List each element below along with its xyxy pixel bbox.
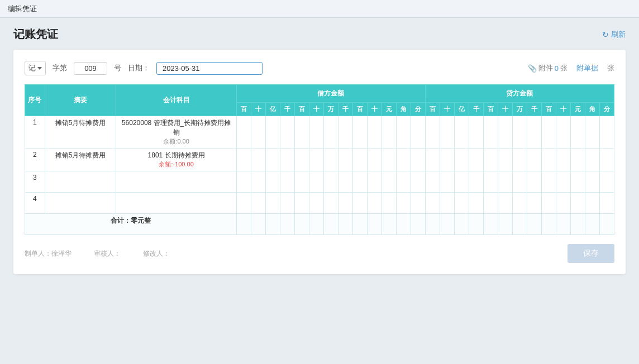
credit-cell[interactable] xyxy=(512,116,527,149)
credit-cell[interactable] xyxy=(454,171,469,193)
ji-select[interactable]: 记 xyxy=(25,61,46,75)
debit-cell[interactable] xyxy=(236,171,251,193)
debit-cell[interactable] xyxy=(294,149,309,171)
row-account[interactable]: 56020008 管理费用_长期待摊费用摊销余额:0.00 xyxy=(116,116,237,149)
row-summary[interactable] xyxy=(45,193,116,214)
credit-cell[interactable] xyxy=(440,193,454,214)
credit-cell[interactable] xyxy=(469,149,483,171)
debit-cell[interactable] xyxy=(382,116,396,149)
debit-cell[interactable] xyxy=(309,193,323,214)
date-input[interactable] xyxy=(156,62,263,75)
credit-cell[interactable] xyxy=(527,149,541,171)
debit-cell[interactable] xyxy=(280,171,294,193)
credit-cell[interactable] xyxy=(585,193,599,214)
debit-cell[interactable] xyxy=(265,149,280,171)
credit-cell[interactable] xyxy=(512,149,527,171)
credit-cell[interactable] xyxy=(498,171,512,193)
credit-cell[interactable] xyxy=(570,149,585,171)
row-account[interactable]: 1801 长期待摊费用余额:-100.00 xyxy=(116,149,237,171)
credit-cell[interactable] xyxy=(556,171,570,193)
debit-cell[interactable] xyxy=(265,171,280,193)
debit-cell[interactable] xyxy=(323,116,338,149)
debit-cell[interactable] xyxy=(294,171,309,193)
row-account[interactable] xyxy=(116,171,237,193)
debit-cell[interactable] xyxy=(338,116,352,149)
debit-cell[interactable] xyxy=(236,193,251,214)
credit-cell[interactable] xyxy=(454,116,469,149)
credit-cell[interactable] xyxy=(585,171,599,193)
credit-cell[interactable] xyxy=(556,193,570,214)
debit-cell[interactable] xyxy=(352,171,367,193)
credit-cell[interactable] xyxy=(469,193,483,214)
credit-cell[interactable] xyxy=(527,116,541,149)
credit-cell[interactable] xyxy=(599,193,614,214)
attachment-link[interactable]: 📎 附件 0 张 xyxy=(528,63,568,73)
credit-cell[interactable] xyxy=(483,171,498,193)
debit-cell[interactable] xyxy=(294,116,309,149)
credit-cell[interactable] xyxy=(425,149,440,171)
credit-cell[interactable] xyxy=(440,116,454,149)
debit-cell[interactable] xyxy=(367,116,382,149)
debit-cell[interactable] xyxy=(396,149,411,171)
credit-cell[interactable] xyxy=(527,171,541,193)
debit-cell[interactable] xyxy=(309,116,323,149)
debit-cell[interactable] xyxy=(411,171,425,193)
debit-cell[interactable] xyxy=(251,149,265,171)
row-account[interactable] xyxy=(116,193,237,214)
debit-cell[interactable] xyxy=(251,193,265,214)
debit-cell[interactable] xyxy=(411,193,425,214)
credit-cell[interactable] xyxy=(469,116,483,149)
row-summary[interactable]: 摊销5月待摊费用 xyxy=(45,116,116,149)
debit-cell[interactable] xyxy=(367,149,382,171)
save-button[interactable]: 保存 xyxy=(568,244,614,263)
debit-cell[interactable] xyxy=(367,171,382,193)
debit-cell[interactable] xyxy=(323,149,338,171)
credit-cell[interactable] xyxy=(498,193,512,214)
credit-cell[interactable] xyxy=(541,171,556,193)
debit-cell[interactable] xyxy=(265,116,280,149)
credit-cell[interactable] xyxy=(512,171,527,193)
credit-cell[interactable] xyxy=(541,116,556,149)
debit-cell[interactable] xyxy=(352,116,367,149)
credit-cell[interactable] xyxy=(454,149,469,171)
credit-cell[interactable] xyxy=(498,149,512,171)
debit-cell[interactable] xyxy=(338,193,352,214)
debit-cell[interactable] xyxy=(251,116,265,149)
credit-cell[interactable] xyxy=(483,193,498,214)
credit-cell[interactable] xyxy=(425,116,440,149)
debit-cell[interactable] xyxy=(309,171,323,193)
debit-cell[interactable] xyxy=(396,116,411,149)
credit-cell[interactable] xyxy=(512,193,527,214)
debit-cell[interactable] xyxy=(367,193,382,214)
credit-cell[interactable] xyxy=(570,193,585,214)
credit-cell[interactable] xyxy=(541,149,556,171)
debit-cell[interactable] xyxy=(396,193,411,214)
credit-cell[interactable] xyxy=(527,193,541,214)
credit-cell[interactable] xyxy=(585,149,599,171)
credit-cell[interactable] xyxy=(570,171,585,193)
credit-cell[interactable] xyxy=(599,116,614,149)
credit-cell[interactable] xyxy=(425,193,440,214)
row-summary[interactable]: 摊销5月待摊费用 xyxy=(45,149,116,171)
credit-cell[interactable] xyxy=(454,193,469,214)
credit-cell[interactable] xyxy=(425,171,440,193)
credit-cell[interactable] xyxy=(483,149,498,171)
credit-cell[interactable] xyxy=(556,116,570,149)
debit-cell[interactable] xyxy=(396,171,411,193)
credit-cell[interactable] xyxy=(585,116,599,149)
debit-cell[interactable] xyxy=(323,193,338,214)
credit-cell[interactable] xyxy=(440,171,454,193)
credit-cell[interactable] xyxy=(599,149,614,171)
zi-number-input[interactable] xyxy=(74,62,107,75)
credit-cell[interactable] xyxy=(440,149,454,171)
debit-cell[interactable] xyxy=(382,171,396,193)
credit-cell[interactable] xyxy=(570,116,585,149)
debit-cell[interactable] xyxy=(352,149,367,171)
debit-cell[interactable] xyxy=(338,171,352,193)
debit-cell[interactable] xyxy=(236,116,251,149)
credit-cell[interactable] xyxy=(541,193,556,214)
credit-cell[interactable] xyxy=(599,171,614,193)
debit-cell[interactable] xyxy=(338,149,352,171)
debit-cell[interactable] xyxy=(352,193,367,214)
debit-cell[interactable] xyxy=(280,149,294,171)
